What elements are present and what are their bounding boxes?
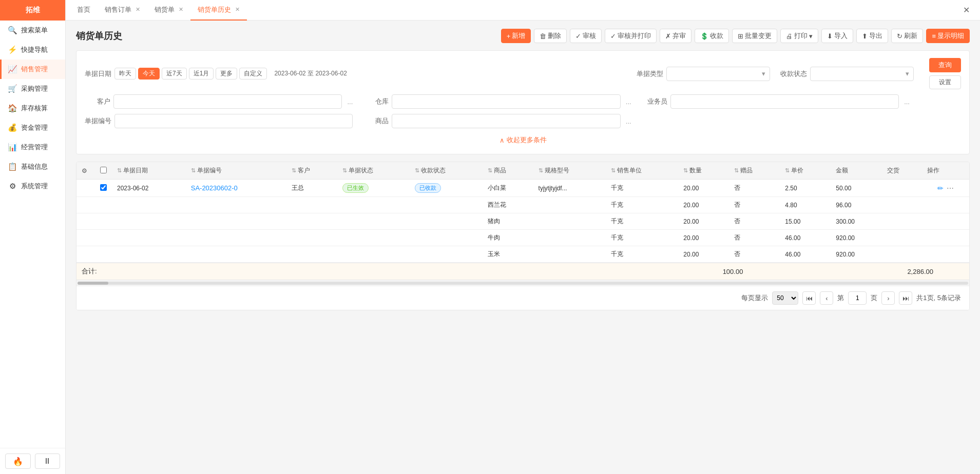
refresh-button[interactable]: ↻ 刷新: [891, 29, 923, 43]
sidebar-item-quick-nav[interactable]: ⚡ 快捷导航: [0, 40, 65, 60]
th-gear[interactable]: ⚙: [76, 162, 95, 180]
row-checkbox-4[interactable]: [95, 246, 112, 263]
row-delivery-4: [882, 246, 922, 263]
row-checkbox-3[interactable]: [95, 230, 112, 246]
new-button[interactable]: + 新增: [501, 29, 531, 43]
sidebar-fire-btn[interactable]: 🔥: [5, 453, 31, 469]
warehouse-ellipsis[interactable]: ...: [626, 98, 631, 106]
row-edit-icon-0[interactable]: ✏: [937, 184, 944, 192]
refresh-icon: ↻: [897, 32, 902, 40]
scroll-thumb[interactable]: [78, 282, 108, 285]
th-checkbox[interactable]: [95, 162, 112, 180]
salesperson-ellipsis[interactable]: ...: [904, 98, 910, 106]
doc-type-select[interactable]: ▾: [666, 67, 770, 81]
row-checkbox-2[interactable]: [95, 213, 112, 230]
query-button[interactable]: 查询: [929, 58, 961, 72]
sidebar-item-sales-mgmt[interactable]: 📈 销售管理: [0, 60, 65, 79]
collect-button[interactable]: 💲 收款: [695, 29, 729, 43]
tab-close-sales-history[interactable]: ✕: [235, 6, 240, 13]
product-ellipsis[interactable]: ...: [626, 117, 631, 125]
page-next-btn[interactable]: ›: [881, 291, 895, 305]
th-price[interactable]: 单价: [780, 162, 831, 180]
settings-button[interactable]: 设置: [929, 75, 961, 89]
import-button[interactable]: ⬇ 导入: [821, 29, 853, 43]
warehouse-input[interactable]: [392, 94, 620, 109]
audit-print-icon: ✓: [610, 32, 616, 40]
audit-print-button[interactable]: ✓ 审核并打印: [605, 29, 657, 43]
page-prev-btn[interactable]: ‹: [820, 291, 833, 305]
date-btn-yesterday[interactable]: 昨天: [114, 68, 136, 80]
row-amount-0: 50.00: [831, 180, 882, 197]
row-number-3[interactable]: [186, 230, 286, 246]
scroll-bar[interactable]: [76, 280, 969, 286]
delete-button[interactable]: 🗑 删除: [534, 29, 567, 43]
sidebar-pause-btn[interactable]: ⏸: [35, 453, 61, 469]
row-delivery-0: [882, 180, 922, 197]
sidebar-item-purchase-mgmt[interactable]: 🛒 采购管理: [0, 79, 65, 98]
export-button[interactable]: ⬆ 导出: [856, 29, 888, 43]
sidebar-item-label: 库存核算: [21, 104, 48, 113]
payment-status-select[interactable]: ▾: [810, 67, 914, 81]
tab-bar-close-btn[interactable]: ✕: [957, 5, 976, 15]
row-product-2: 猪肉: [483, 213, 533, 230]
date-btn-1month[interactable]: 近1月: [189, 68, 214, 80]
salesperson-input[interactable]: [670, 94, 899, 109]
th-unit[interactable]: 销售单位: [606, 162, 678, 180]
row-date-2: [112, 213, 186, 230]
sidebar-item-sys-mgmt[interactable]: ⚙ 系统管理: [0, 176, 65, 196]
tab-close-sales-order[interactable]: ✕: [136, 6, 140, 13]
operations-icon: 📊: [8, 143, 17, 152]
th-doc-status[interactable]: 单据状态: [337, 162, 410, 180]
th-number[interactable]: 单据编号: [186, 162, 286, 180]
page-first-btn[interactable]: ⏮: [802, 291, 816, 305]
payment-status-dropdown-icon: ▾: [906, 70, 909, 77]
date-btn-today[interactable]: 今天: [138, 68, 160, 80]
doc-number-input[interactable]: [114, 114, 353, 128]
sidebar-item-operations[interactable]: 📊 经营管理: [0, 137, 65, 157]
customer-ellipsis[interactable]: ...: [347, 98, 353, 106]
th-product[interactable]: 商品: [483, 162, 533, 180]
row-number-4[interactable]: [186, 246, 286, 263]
batch-change-button[interactable]: ⊞ 批量变更: [732, 29, 777, 43]
row-check[interactable]: [100, 184, 107, 191]
tab-sales-history[interactable]: 销货单历史 ✕: [190, 0, 247, 21]
row-more-icon-0[interactable]: ⋯: [947, 184, 954, 192]
collapse-button[interactable]: ∧ 收起更多条件: [85, 133, 961, 147]
row-checkbox-0[interactable]: [95, 180, 112, 197]
row-number-2[interactable]: [186, 213, 286, 230]
page-last-btn[interactable]: ⏭: [899, 291, 912, 305]
abandon-button[interactable]: ✗ 弃审: [660, 29, 691, 43]
sidebar-item-basic-info[interactable]: 📋 基础信息: [0, 157, 65, 176]
page-input[interactable]: [848, 291, 867, 305]
date-btn-7days[interactable]: 近7天: [162, 68, 187, 80]
th-qty[interactable]: 数量: [678, 162, 729, 180]
row-checkbox-1[interactable]: [95, 197, 112, 213]
tab-sales-order[interactable]: 销售订单 ✕: [98, 0, 147, 21]
product-input[interactable]: [392, 114, 620, 128]
show-details-button[interactable]: ≡ 显示明细: [926, 29, 970, 43]
sidebar-item-inventory[interactable]: 🏠 库存核算: [0, 98, 65, 118]
sidebar: 拓维 🔍 搜索菜单 ⚡ 快捷导航 📈 销售管理 🛒 采购管理 🏠 库存核算 💰 …: [0, 0, 66, 474]
row-number-0[interactable]: SA-20230602-0: [186, 180, 286, 197]
audit-button[interactable]: ✓ 审核: [570, 29, 602, 43]
sidebar-bottom: 🔥 ⏸: [0, 448, 65, 474]
print-button[interactable]: 🖨 打印 ▾: [780, 29, 818, 43]
th-pay-status[interactable]: 收款状态: [410, 162, 482, 180]
tab-home[interactable]: 首页: [70, 0, 98, 21]
date-btn-more[interactable]: 更多: [216, 68, 237, 80]
customer-input[interactable]: [113, 94, 342, 109]
th-date[interactable]: 单据日期: [112, 162, 186, 180]
sidebar-item-search-menu[interactable]: 🔍 搜索菜单: [0, 21, 65, 40]
date-btn-custom[interactable]: 自定义: [239, 68, 267, 80]
th-gift[interactable]: 赠品: [729, 162, 780, 180]
th-spec[interactable]: 规格型号: [533, 162, 606, 180]
tab-sales-delivery[interactable]: 销货单 ✕: [147, 0, 190, 21]
row-number-1[interactable]: [186, 197, 286, 213]
select-all-checkbox[interactable]: [100, 167, 107, 173]
tab-close-sales-delivery[interactable]: ✕: [179, 6, 183, 13]
sidebar-item-finance[interactable]: 💰 资金管理: [0, 118, 65, 137]
page-size-select[interactable]: 50 100 200: [772, 291, 798, 305]
row-spec-2: [533, 213, 606, 230]
th-customer[interactable]: 客户: [286, 162, 337, 180]
row-customer-4: [286, 246, 337, 263]
